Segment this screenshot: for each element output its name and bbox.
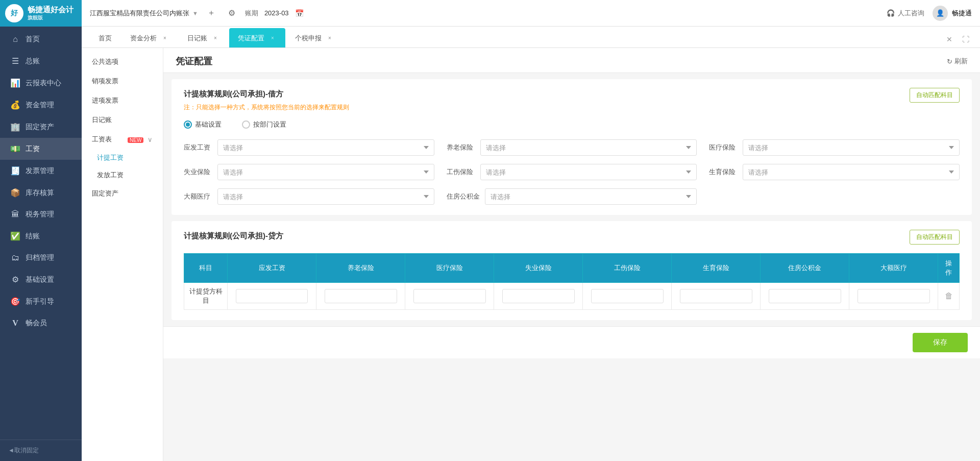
form-label-yingfa: 应发工资 xyxy=(184,143,212,152)
left-nav-public[interactable]: 公共选项 xyxy=(82,52,163,71)
sidebar-item-label: 税务管理 xyxy=(26,210,54,219)
td-dae[interactable] xyxy=(849,283,938,310)
sidebar-item-archive[interactable]: 🗂 归档管理 xyxy=(0,247,82,269)
left-nav-purchase-invoice[interactable]: 进项发票 xyxy=(82,91,163,110)
sidebar-item-vip[interactable]: V 畅会员 xyxy=(0,312,82,334)
sidebar-item-home[interactable]: ⌂ 首页 xyxy=(0,29,82,50)
input-shiye[interactable] xyxy=(502,289,574,303)
input-yanglao[interactable] xyxy=(325,289,397,303)
td-gongshang[interactable] xyxy=(583,283,672,310)
select-dae[interactable]: 请选择 xyxy=(217,188,434,205)
content-area: 公共选项 销项发票 进项发票 日记账 工资表 NEW ∨ 计提工资 xyxy=(82,48,980,461)
input-yingfa[interactable] xyxy=(236,289,308,303)
sidebar-item-fund[interactable]: 💰 资金管理 xyxy=(0,94,82,116)
cancel-fixed-btn[interactable]: ◄取消固定 xyxy=(0,440,82,461)
td-shengyu[interactable] xyxy=(672,283,761,310)
refresh-btn[interactable]: ↻ 刷新 xyxy=(947,57,968,66)
left-nav-journal[interactable]: 日记账 xyxy=(82,110,163,130)
tab-voucher[interactable]: 凭证配置 × xyxy=(229,28,285,47)
input-dae[interactable] xyxy=(857,289,929,303)
select-gongshang[interactable]: 请选择 xyxy=(480,164,697,180)
left-nav-calc-salary[interactable]: 计提工资 xyxy=(82,149,163,166)
select-yanglao[interactable]: 请选择 xyxy=(480,139,697,156)
sidebar-item-checkout[interactable]: ✅ 结账 xyxy=(0,225,82,247)
sidebar-item-label: 发票管理 xyxy=(26,166,54,176)
radio-dept[interactable]: 按部门设置 xyxy=(242,120,286,129)
delete-row-icon[interactable]: 🗑 xyxy=(945,292,953,300)
sidebar-item-tax[interactable]: 🏛 税务管理 xyxy=(0,204,82,225)
page-content: 凭证配置 ↻ 刷新 计提核算规则(公司承担)-借方 自动匹配科目 注：只能选择一… xyxy=(163,48,980,461)
section1-auto-match-btn[interactable]: 自动匹配科目 xyxy=(910,88,960,103)
sidebar-item-ledger[interactable]: ☰ 总账 xyxy=(0,50,82,72)
sidebar-item-label: 资金管理 xyxy=(26,101,54,110)
tab-fund[interactable]: 资金分析 × xyxy=(121,28,178,47)
td-yanglao[interactable] xyxy=(316,283,405,310)
tab-tax[interactable]: 个税申报 × xyxy=(286,28,342,47)
td-shiye[interactable] xyxy=(494,283,583,310)
td-yiliao[interactable] xyxy=(405,283,494,310)
sidebar-item-report[interactable]: 📊 云报表中心 xyxy=(0,72,82,94)
sidebar-item-label: 云报表中心 xyxy=(26,79,61,88)
th-subject: 科目 xyxy=(184,254,228,283)
tab-home[interactable]: 首页 xyxy=(90,28,120,47)
sidebar-item-basic[interactable]: ⚙ 基础设置 xyxy=(0,269,82,290)
new-badge: NEW xyxy=(128,137,143,143)
tab-tax-close[interactable]: × xyxy=(326,34,334,42)
sidebar-item-label: 工资 xyxy=(26,144,40,154)
add-company-btn[interactable]: ＋ xyxy=(204,6,218,20)
settings-btn[interactable]: ⚙ xyxy=(225,6,239,20)
select-yiliao[interactable]: 请选择 xyxy=(743,139,960,156)
td-yingfa[interactable] xyxy=(228,283,316,310)
headset-icon: 🎧 xyxy=(887,9,895,17)
home-icon: ⌂ xyxy=(10,35,20,44)
td-zhufang[interactable] xyxy=(761,283,849,310)
tab-journal-close[interactable]: × xyxy=(211,34,219,42)
sidebar-item-label: 库存核算 xyxy=(26,188,54,198)
close-window-icon[interactable]: ✕ xyxy=(943,33,955,45)
tab-fund-close[interactable]: × xyxy=(161,34,169,42)
user-info[interactable]: 👤 畅捷通 xyxy=(933,6,972,21)
select-shengyu[interactable]: 请选择 xyxy=(743,164,960,180)
sidebar-item-guide[interactable]: 🎯 新手引导 xyxy=(0,290,82,312)
form-item-shiye: 失业保险 请选择 xyxy=(184,164,434,180)
left-nav-pay-salary[interactable]: 发放工资 xyxy=(82,166,163,184)
left-nav-public-label: 公共选项 xyxy=(92,57,118,66)
sidebar-item-label: 基础设置 xyxy=(26,275,54,284)
period-value: 2023-03 xyxy=(264,9,289,17)
select-zhufang[interactable]: 请选择 xyxy=(485,188,697,205)
td-op[interactable]: 🗑 xyxy=(938,283,960,310)
sidebar-item-asset[interactable]: 🏢 固定资产 xyxy=(0,116,82,138)
calendar-icon[interactable]: 📅 xyxy=(295,9,304,17)
input-gongshang[interactable] xyxy=(591,289,663,303)
form-item-shengyu: 生育保险 请选择 xyxy=(709,164,960,180)
form-item-dae: 大额医疗 请选择 xyxy=(184,188,434,205)
sidebar-item-label: 结账 xyxy=(26,232,40,241)
left-nav-salary-table[interactable]: 工资表 NEW ∨ xyxy=(82,130,163,149)
input-yiliao[interactable] xyxy=(413,289,485,303)
maximize-icon[interactable]: ⛶ xyxy=(960,33,972,45)
section1-card: 计提核算规则(公司承担)-借方 自动匹配科目 注：只能选择一种方式，系统将按照您… xyxy=(172,79,972,215)
sidebar-item-inventory[interactable]: 📦 库存核算 xyxy=(0,182,82,204)
sidebar-item-invoice[interactable]: 🧾 发票管理 xyxy=(0,160,82,182)
tax-icon: 🏛 xyxy=(10,210,20,219)
sidebar-item-label: 新手引导 xyxy=(26,297,54,306)
select-yingfa[interactable]: 请选择 xyxy=(217,139,434,156)
left-nav-fixed-asset[interactable]: 固定资产 xyxy=(82,184,163,203)
service-btn[interactable]: 🎧 人工咨询 xyxy=(887,9,924,18)
input-shengyu[interactable] xyxy=(680,289,752,303)
tab-voucher-close[interactable]: × xyxy=(268,34,277,42)
radio-basic[interactable]: 基础设置 xyxy=(184,120,222,129)
sidebar-item-label: 总账 xyxy=(26,57,40,66)
input-zhufang[interactable] xyxy=(769,289,841,303)
select-shiye[interactable]: 请选择 xyxy=(217,164,434,180)
section2-auto-match-btn[interactable]: 自动匹配科目 xyxy=(910,230,960,245)
form-item-gongshang: 工伤保险 请选择 xyxy=(447,164,697,180)
main-area: 江西服宝精品有限责任公司内账张 ▼ ＋ ⚙ 账期 2023-03 📅 🎧 人工咨… xyxy=(82,0,980,461)
asset-icon: 🏢 xyxy=(10,122,20,132)
tab-journal[interactable]: 日记账 × xyxy=(179,28,228,47)
left-nav-sales-invoice[interactable]: 销项发票 xyxy=(82,71,163,91)
save-button[interactable]: 保存 xyxy=(913,333,968,352)
sidebar-item-salary[interactable]: 💵 工资 xyxy=(0,138,82,160)
company-selector[interactable]: 江西服宝精品有限责任公司内账张 ▼ xyxy=(90,9,198,18)
inventory-icon: 📦 xyxy=(10,188,20,198)
